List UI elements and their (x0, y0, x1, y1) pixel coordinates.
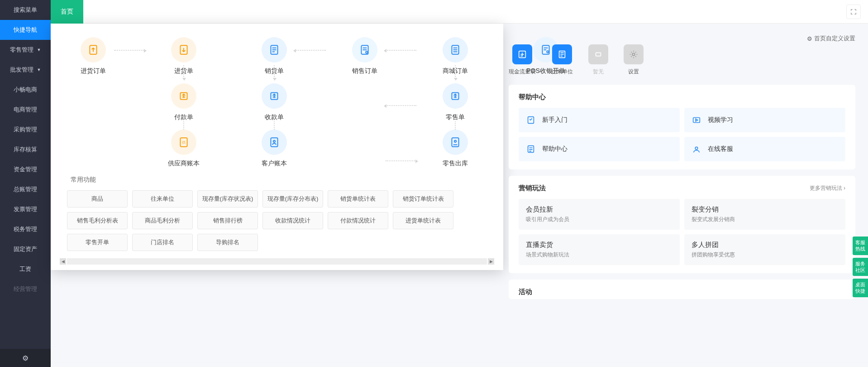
svg-point-25 (695, 147, 698, 150)
flow-arrow (114, 50, 145, 51)
supplier-ledger-icon: 供 (171, 130, 196, 155)
sidebar-item-tax[interactable]: 税务管理 (0, 219, 51, 239)
fullscreen-icon (850, 9, 857, 15)
sidebar-item-purchase[interactable]: 采购管理 (0, 120, 51, 140)
common-btn[interactable]: 销售毛利分析表 (67, 212, 128, 229)
flow-arrow (274, 65, 275, 79)
sidebar-item-funds[interactable]: 资金管理 (0, 159, 51, 179)
common-btn[interactable]: 进货单统计表 (393, 212, 453, 229)
tile-cashflow[interactable]: 现金流量表 (509, 44, 536, 76)
support-icon (692, 144, 701, 154)
sidebar-item-stock[interactable]: 库存核算 (0, 140, 51, 159)
flow-arrow (455, 65, 456, 79)
market-item[interactable]: 裂变分销裂变式发展分销商 (684, 199, 845, 230)
doc-icon (526, 144, 536, 154)
sidebar-settings-button[interactable] (0, 349, 51, 367)
sidebar-item-assets[interactable]: 固定资产 (0, 239, 51, 259)
float-side-buttons: 客服 热线 服务 社区 桌面 快捷 (853, 237, 868, 297)
common-btn[interactable]: 现存量(库存状况表) (197, 190, 258, 208)
tile-empty[interactable]: 暂无 (588, 44, 608, 76)
payment-icon (171, 83, 196, 109)
customer-ledger-icon (262, 130, 287, 155)
common-btn[interactable]: 销货订单统计表 (393, 190, 453, 208)
tile-settings[interactable]: 设置 (624, 44, 644, 76)
market-item[interactable]: 直播卖货场景式购物新玩法 (519, 234, 680, 265)
svg-point-4 (366, 51, 367, 53)
activity-card: 活动 (509, 280, 855, 299)
retail-out-icon (443, 130, 468, 155)
help-item-support[interactable]: 在线客服 (684, 137, 845, 161)
help-item-video[interactable]: 视频学习 (684, 108, 845, 132)
market-item[interactable]: 会员拉新吸引用户成为会员 (519, 199, 680, 230)
receipt-icon (262, 83, 287, 109)
float-btn-community[interactable]: 服务 社区 (853, 258, 868, 276)
quicknav-flyout: 进货订单 进货单 销货单 销售订单 (51, 24, 503, 270)
fullscreen-button[interactable] (846, 5, 861, 19)
sidebar-item-quicknav[interactable]: 快捷导航 (0, 20, 51, 40)
mall-order-icon (443, 37, 468, 63)
sidebar-item-ecom[interactable]: 电商管理 (0, 100, 51, 120)
flow-arrow (183, 65, 184, 79)
tab-home[interactable]: 首页 (51, 0, 83, 24)
sidebar-item-xiaochang[interactable]: 小畅电商 (0, 80, 51, 100)
purchase-bill-icon (171, 37, 196, 63)
common-btn[interactable]: 商品 (67, 190, 128, 208)
common-btn[interactable]: 销售排行榜 (197, 212, 258, 229)
common-btn[interactable]: 零售开单 (67, 234, 128, 251)
svg-rect-20 (596, 53, 601, 56)
common-btn[interactable]: 销货单统计表 (328, 190, 388, 208)
sidebar-item-invoice[interactable]: 发票管理 (0, 199, 51, 219)
sidebar-item-search[interactable]: 搜索菜单 (0, 0, 51, 20)
node-supplier-ledger[interactable]: 供 供应商账本 (161, 130, 206, 168)
scroll-left-button[interactable]: ◀ (60, 258, 66, 265)
market-item[interactable]: 多人拼团拼团购物享受优惠 (684, 234, 845, 265)
settings-icon (624, 44, 644, 64)
common-btn[interactable]: 商品毛利分析 (132, 212, 193, 229)
marketing-title: 营销玩法 (519, 184, 546, 193)
sales-bill-icon (262, 37, 287, 63)
common-section-title: 常用功能 (71, 176, 494, 184)
common-btn[interactable]: 门店排名 (132, 234, 193, 251)
empty-icon (588, 44, 608, 64)
marketing-more-link[interactable]: 更多营销玩法 (810, 184, 845, 192)
common-btn[interactable]: 导购排名 (197, 234, 258, 251)
node-retail-bill[interactable]: 零售单 (433, 83, 478, 121)
sidebar-item-salary[interactable]: 工资 (0, 259, 51, 279)
common-btn[interactable]: 现存量(库存分布表) (262, 190, 323, 208)
svg-point-14 (273, 140, 275, 142)
app-tiles: 现金流量表 往来单位 暂无 设置 (509, 44, 855, 76)
node-receipt[interactable]: 收款单 (252, 83, 297, 121)
node-retail-out[interactable]: 零售出库 (433, 130, 478, 168)
sidebar-item-operation[interactable]: 经营管理 (0, 279, 51, 299)
node-sales-order[interactable]: 销售订单 (342, 37, 387, 75)
help-item-center[interactable]: 帮助中心 (519, 137, 680, 161)
sidebar-item-wholesale[interactable]: 批发管理▼ (0, 60, 51, 80)
retail-bill-icon (443, 83, 468, 109)
common-btn[interactable]: 收款情况统计 (262, 212, 323, 229)
help-item-newbie[interactable]: 新手入门 (519, 108, 680, 132)
common-btn[interactable]: 往来单位 (132, 190, 193, 208)
scroll-track[interactable] (67, 258, 487, 265)
flow-diagram: 进货订单 进货单 销货单 销售订单 (60, 37, 494, 168)
node-payment[interactable]: 付款单 (161, 83, 206, 121)
float-btn-hotline[interactable]: 客服 热线 (853, 237, 868, 255)
tile-contacts[interactable]: 往来单位 (551, 44, 573, 76)
cashflow-icon (512, 44, 532, 64)
scroll-right-button[interactable]: ▶ (488, 258, 494, 265)
svg-point-16 (454, 140, 456, 142)
right-area: 首页自定义设置 现金流量表 往来单位 暂无 (503, 24, 861, 305)
common-btn[interactable]: 付款情况统计 (328, 212, 388, 229)
home-customize-link[interactable]: 首页自定义设置 (509, 34, 855, 43)
float-btn-desktop[interactable]: 桌面 快捷 (853, 279, 868, 297)
sales-order-icon (352, 37, 377, 63)
video-icon (692, 115, 701, 125)
activity-title: 活动 (519, 288, 845, 296)
sidebar-item-ledger[interactable]: 总账管理 (0, 179, 51, 199)
node-purchase-order[interactable]: 进货订单 (71, 37, 116, 75)
chevron-down-icon: ▼ (37, 68, 41, 72)
flyout-scrollbar[interactable]: ◀ ▶ (60, 258, 494, 265)
node-customer-ledger[interactable]: 客户账本 (252, 130, 297, 168)
marketing-card: 营销玩法 更多营销玩法 会员拉新吸引用户成为会员 裂变分销裂变式发展分销商 直播… (509, 176, 855, 273)
flow-arrow (386, 50, 416, 51)
sidebar-item-retail[interactable]: 零售管理▼ (0, 40, 51, 60)
